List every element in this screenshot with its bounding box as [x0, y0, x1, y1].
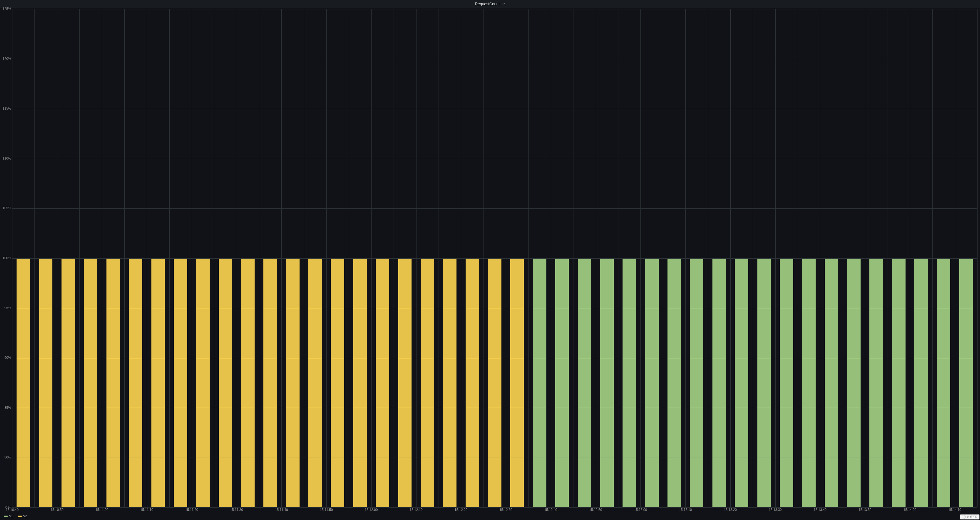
x-tick-label: 15:12:30	[500, 508, 512, 512]
bar[interactable]	[309, 258, 322, 507]
grid-line-vertical	[57, 9, 57, 507]
grid-line-vertical	[192, 9, 192, 507]
grid-line-vertical	[439, 9, 439, 507]
grid-line-vertical	[416, 9, 417, 507]
y-tick-label: 110%	[3, 156, 11, 160]
grid-line-vertical	[80, 9, 80, 507]
bar[interactable]	[129, 258, 142, 507]
bar[interactable]	[375, 258, 389, 507]
bar[interactable]	[331, 258, 344, 507]
y-tick-label: 85%	[5, 406, 11, 410]
grid-line-horizontal	[12, 458, 977, 458]
grid-line-horizontal	[12, 159, 977, 159]
y-axis: 75%80%85%90%95%100%105%110%115%120%125%	[1, 9, 12, 507]
plot-area[interactable]	[12, 9, 977, 507]
legend: v1v2	[0, 512, 980, 520]
bar[interactable]	[668, 258, 681, 507]
y-tick-label: 120%	[3, 57, 11, 61]
legend-item[interactable]: v2	[18, 514, 27, 518]
bar[interactable]	[892, 258, 905, 507]
grid-line-vertical	[843, 9, 843, 507]
x-axis: 15:10:4015:10:5015:11:0015:11:1015:11:20…	[12, 507, 977, 512]
grid-line-vertical	[663, 9, 663, 507]
bar[interactable]	[555, 258, 569, 507]
legend-swatch	[4, 515, 8, 517]
grid-line-vertical	[371, 9, 372, 507]
bar[interactable]	[151, 258, 165, 507]
bar[interactable]	[847, 258, 861, 507]
bar[interactable]	[622, 258, 636, 507]
bar[interactable]	[263, 258, 277, 507]
bar[interactable]	[286, 258, 299, 507]
bar[interactable]	[466, 258, 479, 507]
bar[interactable]	[533, 258, 546, 507]
bar[interactable]	[757, 258, 771, 507]
y-tick-label: 125%	[3, 7, 11, 11]
grid-line-vertical	[169, 9, 170, 507]
y-tick-label: 90%	[5, 356, 11, 360]
bar[interactable]	[869, 258, 883, 507]
bar[interactable]	[174, 258, 187, 507]
bar[interactable]	[421, 258, 434, 507]
grid-line-vertical	[730, 9, 731, 507]
x-tick-label: 15:12:50	[589, 508, 602, 512]
bar[interactable]	[713, 258, 726, 507]
bar[interactable]	[914, 258, 928, 507]
bar[interactable]	[443, 258, 457, 507]
bar[interactable]	[219, 258, 232, 507]
chart-area: 75%80%85%90%95%100%105%110%115%120%125%	[0, 8, 980, 507]
grid-line-vertical	[528, 9, 529, 507]
chevron-down-icon	[502, 0, 505, 8]
x-tick-label: 15:12:10	[410, 508, 423, 512]
grid-line-horizontal	[12, 358, 977, 358]
bar[interactable]	[107, 258, 120, 507]
grid-line-vertical	[349, 9, 349, 507]
x-tick-label: 15:11:30	[230, 508, 243, 512]
y-tick-label: 115%	[3, 107, 11, 110]
panel-title[interactable]: RequestCount	[0, 0, 980, 8]
bar[interactable]	[241, 258, 255, 507]
bar[interactable]	[510, 258, 524, 507]
bar[interactable]	[802, 258, 816, 507]
x-tick-label: 15:12:00	[365, 508, 378, 512]
x-tick-label: 15:13:00	[634, 508, 647, 512]
bar[interactable]	[690, 258, 703, 507]
grid-line-horizontal	[12, 59, 977, 59]
bar[interactable]	[780, 258, 793, 507]
bar[interactable]	[84, 258, 97, 507]
bar[interactable]	[937, 258, 950, 507]
grid-line-vertical	[596, 9, 596, 507]
grid-line-vertical	[484, 9, 484, 507]
grid-line-horizontal	[12, 408, 977, 408]
bar[interactable]	[17, 258, 30, 507]
x-tick-label: 15:14:00	[904, 508, 916, 512]
legend-item[interactable]: v1	[4, 514, 13, 518]
bar[interactable]	[600, 258, 614, 507]
bar[interactable]	[398, 258, 412, 507]
legend-label: v1	[10, 514, 13, 518]
grid-line-vertical	[551, 9, 551, 507]
legend-label: v2	[24, 514, 27, 518]
bar[interactable]	[959, 258, 973, 507]
bar[interactable]	[825, 258, 838, 507]
x-tick-label: 15:11:10	[140, 508, 153, 512]
x-tick-label: 15:13:40	[814, 508, 827, 512]
bar[interactable]	[62, 258, 75, 507]
grid-line-vertical	[955, 9, 955, 507]
bar[interactable]	[196, 258, 210, 507]
bar[interactable]	[645, 258, 659, 507]
y-tick-label: 105%	[3, 206, 11, 210]
bar[interactable]	[578, 258, 591, 507]
bar[interactable]	[353, 258, 367, 507]
grid-line-vertical	[888, 9, 888, 507]
bar[interactable]	[39, 258, 52, 507]
x-tick-label: 15:13:30	[769, 508, 782, 512]
bar[interactable]	[488, 258, 501, 507]
x-tick-label: 15:11:40	[275, 508, 288, 512]
grid-line-vertical	[237, 9, 237, 507]
grid-line-vertical	[259, 9, 259, 507]
watermark-icon	[962, 515, 966, 519]
legend-swatch	[18, 515, 22, 517]
bar[interactable]	[735, 258, 748, 507]
x-tick-label: 15:10:40	[6, 508, 19, 512]
